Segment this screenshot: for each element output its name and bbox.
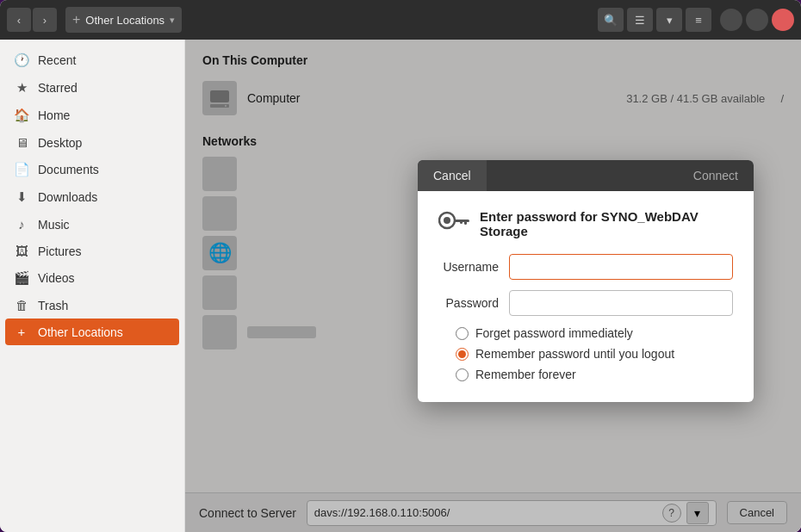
radio-remember-forever-label: Remember forever [475,368,576,381]
sidebar-item-trash[interactable]: 🗑 Trash [0,292,184,319]
sidebar-item-desktop[interactable]: 🖥 Desktop [0,129,184,156]
sidebar-label-home: Home [38,108,70,122]
dialog-header: Cancel Connect [418,160,754,191]
search-button[interactable]: 🔍 [598,8,624,32]
radio-forget-input[interactable] [456,327,469,340]
sidebar-label-documents: Documents [38,163,99,176]
desktop-icon: 🖥 [14,135,29,150]
nav-buttons: ‹ › [7,8,57,32]
location-label: Other Locations [85,14,165,27]
view-toggle-button[interactable]: ▾ [656,8,682,32]
radio-remember-logout[interactable]: Remember password until you logout [456,347,733,361]
maximize-button[interactable]: □ [746,9,768,31]
dialog-title: Enter password for SYNO_WebDAV Storage [480,209,733,238]
sidebar-label-recent: Recent [38,53,76,67]
sidebar-item-pictures[interactable]: 🖼 Pictures [0,238,184,264]
dialog-cancel-button[interactable]: Cancel [418,160,487,191]
password-row: Password [438,290,733,316]
window-controls: – □ ✕ [720,9,794,31]
svg-rect-7 [460,220,463,224]
password-input[interactable] [509,290,733,316]
sidebar-item-downloads[interactable]: ⬇ Downloads [0,183,184,211]
documents-icon: 📄 [14,162,29,177]
trash-icon: 🗑 [14,298,29,312]
sidebar-label-videos: Videos [38,271,75,285]
username-input[interactable] [509,254,733,280]
dialog-title-row: Enter password for SYNO_WebDAV Storage [438,208,733,238]
nav-forward-button[interactable]: › [33,8,57,32]
sidebar-item-home[interactable]: 🏠 Home [0,102,184,129]
username-label: Username [438,260,499,274]
sidebar-label-downloads: Downloads [38,190,97,204]
hamburger-icon: ≡ [695,14,702,27]
menu-button[interactable]: ≡ [686,8,711,32]
radio-forget-label: Forget password immediately [475,326,633,340]
radio-remember-forever[interactable]: Remember forever [456,368,733,381]
sidebar-label-desktop: Desktop [38,136,82,150]
view-list-button[interactable]: ☰ [627,8,653,32]
sidebar-item-other-locations[interactable]: + Other Locations [5,319,179,345]
sidebar-label-starred: Starred [38,81,78,95]
sidebar-label-other-locations: Other Locations [38,325,123,339]
sidebar: 🕐 Recent ★ Starred 🏠 Home 🖥 Desktop 📄 Do… [0,40,185,532]
videos-icon: 🎬 [14,270,29,286]
sidebar-item-documents[interactable]: 📄 Documents [0,156,184,183]
back-icon: ‹ [17,14,21,27]
username-row: Username [438,254,733,280]
other-locations-icon: + [14,325,29,339]
sidebar-label-music: Music [38,218,70,232]
sidebar-item-recent[interactable]: 🕐 Recent [0,46,184,74]
password-label: Password [438,296,499,310]
content-area: On This Computer Computer 31.2 GB / 41.5… [185,40,801,532]
password-dialog: Cancel Connect [418,160,754,402]
view-dropdown-icon: ▾ [667,14,673,27]
dialog-body: Enter password for SYNO_WebDAV Storage U… [418,191,754,402]
location-bar[interactable]: + Other Locations ▾ [65,7,182,33]
music-icon: ♪ [14,217,29,232]
dialog-connect-button[interactable]: Connect [678,160,754,191]
main-area: 🕐 Recent ★ Starred 🏠 Home 🖥 Desktop 📄 Do… [0,40,801,532]
sidebar-label-pictures: Pictures [38,244,82,258]
forward-icon: › [43,14,47,27]
home-icon: 🏠 [14,108,29,123]
key-icon [438,208,469,238]
dialog-overlay: Cancel Connect [185,40,801,532]
minimize-button[interactable]: – [720,9,742,31]
radio-group: Forget password immediately Remember pas… [438,326,733,381]
sidebar-label-trash: Trash [38,299,68,312]
svg-point-4 [444,217,450,224]
downloads-icon: ⬇ [14,189,29,205]
sidebar-item-music[interactable]: ♪ Music [0,211,184,238]
search-icon: 🔍 [604,14,618,27]
star-icon: ★ [14,80,29,96]
radio-forget[interactable]: Forget password immediately [456,326,733,340]
pictures-icon: 🖼 [14,244,29,258]
sidebar-item-starred[interactable]: ★ Starred [0,74,184,102]
location-dropdown-icon: ▾ [170,15,175,26]
radio-remember-logout-label: Remember password until you logout [475,347,674,361]
sidebar-item-videos[interactable]: 🎬 Videos [0,264,184,292]
recent-icon: 🕐 [14,53,29,68]
nav-back-button[interactable]: ‹ [7,8,31,32]
titlebar-actions: 🔍 ☰ ▾ ≡ [598,8,711,32]
titlebar: ‹ › + Other Locations ▾ 🔍 ☰ ▾ ≡ [0,0,801,40]
radio-remember-forever-input[interactable] [456,368,469,381]
list-view-icon: ☰ [635,14,645,27]
location-plus-icon: + [72,12,80,28]
close-button[interactable]: ✕ [772,9,794,31]
svg-rect-6 [464,220,467,225]
radio-remember-logout-input[interactable] [456,348,469,361]
